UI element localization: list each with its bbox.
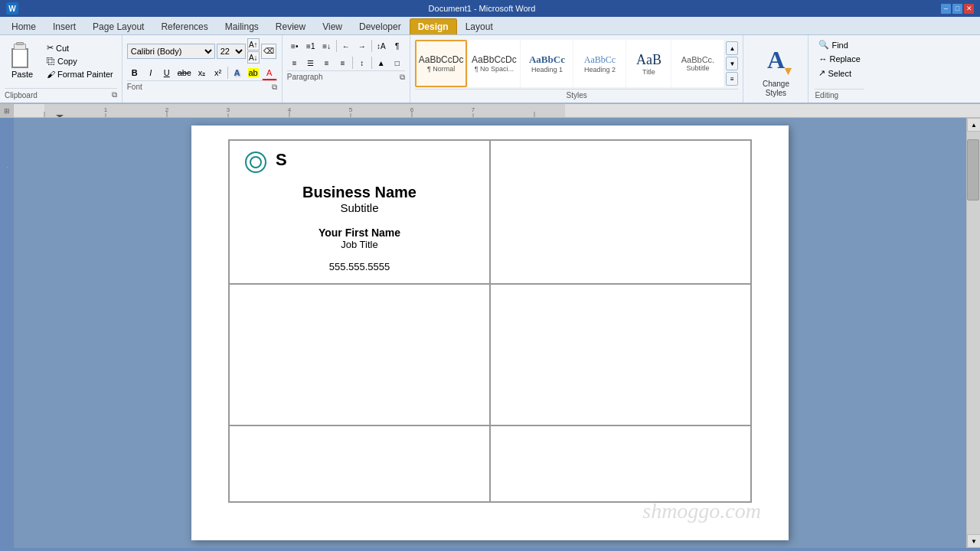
clipboard-expand-icon[interactable]: ⧉ [112, 90, 117, 99]
text-effects-button[interactable]: A [230, 65, 245, 80]
document-scroll-area[interactable]: S Business Name Subtitle Your First Name… [14, 118, 966, 548]
card-phone: 555.555.5555 [243, 261, 475, 272]
shading-button[interactable]: ▲ [374, 55, 389, 70]
decrease-font-size-button[interactable]: A↓ [247, 51, 260, 64]
tab-mailings[interactable]: Mailings [217, 18, 267, 34]
ribbon: Paste ✂ Cut ⿻ Copy 🖌 Format Painter Clip… [0, 35, 980, 104]
tab-review[interactable]: Review [267, 18, 314, 34]
bold-button[interactable]: B [127, 65, 142, 80]
divider4 [371, 57, 372, 69]
find-button[interactable]: 🔍 Find [815, 38, 864, 51]
card-cell-mid-left [229, 284, 490, 425]
increase-indent-button[interactable]: → [354, 38, 370, 54]
change-styles-label: ChangeStyles [763, 80, 789, 98]
scroll-down-button[interactable]: ▼ [967, 534, 980, 548]
align-center-button[interactable]: ☰ [303, 55, 318, 70]
tab-home[interactable]: Home [3, 18, 44, 34]
font-family-select[interactable]: Calibri (Body) [127, 44, 215, 59]
align-right-button[interactable]: ≡ [319, 55, 335, 70]
vertical-scrollbar[interactable]: ▲ ▼ [966, 118, 980, 548]
paste-button[interactable]: Paste [5, 38, 40, 88]
borders-button[interactable]: □ [390, 55, 405, 70]
font-row2: B I U abc x₂ x² A ab A [127, 65, 277, 80]
multilevel-list-button[interactable]: ≡↓ [319, 38, 335, 54]
card-cell-bot-right [490, 425, 751, 502]
styles-scroll-up-button[interactable]: ▲ [726, 41, 738, 55]
styles-content: AaBbCcDc ¶ Normal AaBbCcDc ¶ No Spaci...… [415, 38, 739, 89]
scroll-up-button[interactable]: ▲ [967, 118, 980, 132]
style-button-subtitle[interactable]: AaBbCc. Subtitle [671, 40, 724, 87]
increase-font-size-button[interactable]: A↑ [247, 38, 260, 51]
tab-pagelayout[interactable]: Page Layout [84, 18, 152, 34]
line-spacing-button[interactable]: ↕ [354, 55, 370, 70]
find-icon: 🔍 [818, 40, 829, 50]
font-row1: Calibri (Body) 22 A↑ A↓ ⌫ [127, 38, 277, 64]
tab-developer[interactable]: Developer [351, 18, 410, 34]
scroll-track[interactable] [967, 132, 980, 534]
copy-button[interactable]: ⿻ Copy [43, 55, 117, 67]
decrease-indent-button[interactable]: ← [338, 38, 354, 54]
left-panel: · [0, 118, 14, 548]
copy-icon: ⿻ [47, 57, 55, 66]
italic-button[interactable]: I [143, 65, 158, 80]
svg-text:4: 4 [288, 106, 292, 113]
card-job-title: Job Title [243, 239, 475, 250]
card-subtitle-text: Subtitle [243, 201, 475, 214]
tab-layout[interactable]: Layout [457, 18, 501, 34]
svg-text:1: 1 [104, 106, 108, 113]
numbering-button[interactable]: ≡1 [303, 38, 318, 54]
clipboard-content: Paste ✂ Cut ⿻ Copy 🖌 Format Painter [5, 38, 117, 88]
format-painter-button[interactable]: 🖌 Format Painter [43, 68, 117, 80]
cut-button[interactable]: ✂ Cut [43, 41, 117, 54]
subscript-button[interactable]: x₂ [194, 65, 210, 80]
minimize-button[interactable]: – [941, 4, 951, 14]
card-logo-inner [250, 156, 262, 168]
ruler-corner-button[interactable]: ⊞ [0, 104, 14, 118]
tab-insert[interactable]: Insert [44, 18, 84, 34]
clear-formatting-button[interactable]: ⌫ [261, 44, 276, 59]
style-button-heading1[interactable]: AaBbCc Heading 1 [521, 40, 573, 87]
scroll-thumb[interactable] [967, 139, 979, 201]
styles-scroll-down-button[interactable]: ▼ [726, 57, 738, 70]
change-styles-button[interactable]: A ▼ [757, 40, 794, 80]
ruler-svg: 1 2 3 4 5 6 7 [14, 104, 980, 117]
font-size-select[interactable]: 22 [217, 44, 246, 59]
para-row2: ≡ ☰ ≡ ≡ ↕ ▲ □ [287, 55, 405, 70]
style-button-heading2[interactable]: AaBbCc Heading 2 [573, 40, 626, 87]
style-button-title[interactable]: AaB Title [626, 40, 671, 87]
font-expand-icon[interactable]: ⧉ [272, 83, 277, 92]
font-group-label: Font ⧉ [127, 80, 277, 92]
left-marker: · [3, 167, 11, 169]
strikethrough-button[interactable]: abc [175, 65, 194, 80]
align-left-button[interactable]: ≡ [287, 55, 302, 70]
select-icon: ↗ [818, 68, 825, 78]
justify-button[interactable]: ≡ [335, 55, 351, 70]
tab-references[interactable]: References [152, 18, 216, 34]
font-color-button[interactable]: A [262, 65, 277, 80]
paragraph-expand-icon[interactable]: ⧉ [400, 73, 405, 82]
style-no-spacing-preview: AaBbCcDc [472, 54, 517, 65]
style-heading1-label: Heading 1 [531, 66, 563, 73]
styles-more-button[interactable]: ≡ [726, 72, 738, 86]
maximize-button[interactable]: □ [952, 4, 962, 14]
paste-icon [8, 41, 36, 70]
styles-scroll-buttons: ▲ ▼ ≡ [726, 41, 738, 86]
font-size-buttons: A↑ A↓ [247, 38, 260, 64]
scissors-icon: ✂ [47, 43, 54, 53]
style-normal-preview: AaBbCcDc [419, 54, 464, 65]
replace-button[interactable]: ↔ Replace [815, 53, 864, 65]
superscript-button[interactable]: x² [211, 65, 226, 80]
svg-text:2: 2 [165, 106, 169, 113]
highlight-color-button[interactable]: ab [246, 65, 261, 80]
style-button-no-spacing[interactable]: AaBbCcDc ¶ No Spaci... [468, 40, 520, 87]
select-button[interactable]: ↗ Select [815, 67, 864, 80]
underline-button[interactable]: U [159, 65, 175, 80]
style-button-normal[interactable]: AaBbCcDc ¶ Normal [415, 40, 468, 87]
sort-button[interactable]: ↕A [374, 38, 389, 54]
bullets-button[interactable]: ≡• [287, 38, 302, 54]
paste-label: Paste [11, 70, 33, 79]
show-marks-button[interactable]: ¶ [390, 38, 405, 54]
tab-design[interactable]: Design [410, 18, 457, 34]
tab-view[interactable]: View [314, 18, 351, 34]
close-button[interactable]: ✕ [964, 4, 974, 14]
